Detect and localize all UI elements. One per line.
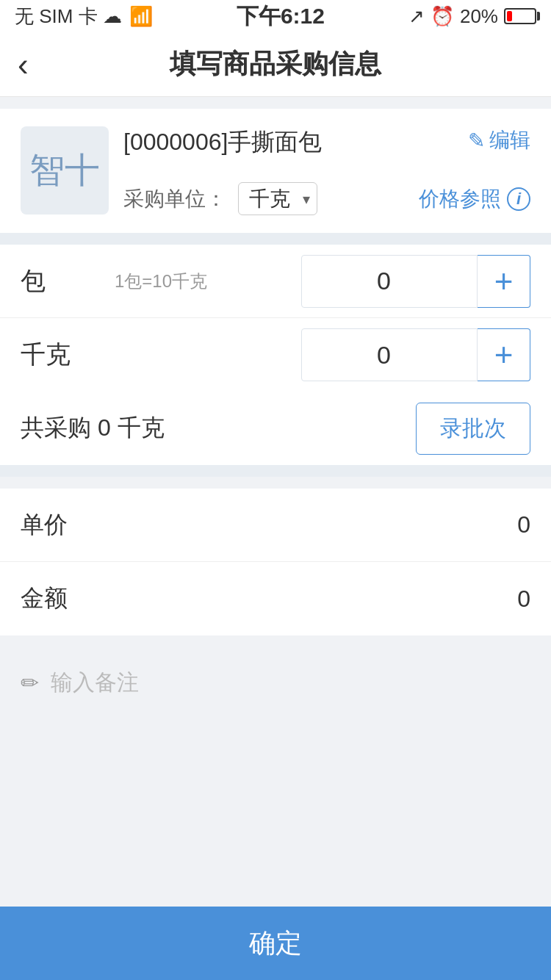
main-content: 智十 [0000006]手撕面包 ✎ 编辑 采购单位： 千克 包 ▾ bbox=[0, 109, 551, 807]
back-button[interactable]: ‹ bbox=[18, 48, 29, 81]
product-top-row: [0000006]手撕面包 ✎ 编辑 bbox=[123, 126, 530, 170]
alarm-icon: ⏰ bbox=[431, 5, 454, 28]
unit-price-label: 单价 bbox=[21, 509, 68, 541]
location-icon: ↗ bbox=[408, 5, 425, 28]
total-label: 共采购 0 千克 bbox=[21, 412, 165, 444]
wifi-icon: 📶 bbox=[129, 5, 153, 28]
price-ref-label: 价格参照 bbox=[419, 185, 501, 213]
unit-price-row: 单价 0 bbox=[0, 489, 551, 562]
unit-select-wrapper[interactable]: 千克 包 ▾ bbox=[238, 182, 317, 215]
status-left: 无 SIM 卡 ☁ 📶 bbox=[15, 4, 153, 29]
confirm-button[interactable]: 确定 bbox=[0, 907, 551, 980]
page-title: 填写商品采购信息 bbox=[170, 46, 381, 82]
kg-row: 千克 + bbox=[0, 318, 551, 392]
total-row: 共采购 0 千克 录批次 bbox=[0, 392, 551, 465]
product-unit-row: 采购单位： 千克 包 ▾ 价格参照 i bbox=[123, 182, 530, 215]
price-ref-button[interactable]: 价格参照 i bbox=[419, 185, 530, 213]
kg-plus-button[interactable]: + bbox=[478, 328, 530, 381]
notes-section[interactable]: ✏ 输入备注 bbox=[0, 647, 551, 718]
nav-bar: ‹ 填写商品采购信息 bbox=[0, 32, 551, 97]
battery-percent: 20% bbox=[460, 5, 498, 28]
bag-plus-button[interactable]: + bbox=[478, 255, 530, 308]
amount-value: 0 bbox=[517, 586, 530, 613]
amount-label: 金额 bbox=[21, 583, 68, 615]
bag-sublabel: 1包=10千克 bbox=[115, 270, 207, 293]
price-section: 单价 0 金额 0 bbox=[0, 489, 551, 635]
pencil-icon: ✏ bbox=[21, 670, 39, 696]
product-info: [0000006]手撕面包 ✎ 编辑 采购单位： 千克 包 ▾ 价格参照 bbox=[123, 126, 530, 215]
amount-row: 金额 0 bbox=[0, 562, 551, 635]
edit-icon: ✎ bbox=[468, 129, 485, 153]
battery-icon bbox=[504, 8, 536, 24]
edit-button[interactable]: ✎ 编辑 bbox=[468, 126, 530, 154]
bag-label: 包 bbox=[21, 264, 109, 298]
status-time: 下午6:12 bbox=[237, 1, 325, 32]
notes-placeholder: 输入备注 bbox=[51, 668, 139, 698]
edit-label: 编辑 bbox=[489, 126, 530, 154]
batch-button[interactable]: 录批次 bbox=[416, 403, 530, 455]
sim-label: 无 SIM 卡 ☁ bbox=[15, 4, 122, 29]
quantity-section: 包 1包=10千克 + 千克 + bbox=[0, 245, 551, 392]
unit-price-value: 0 bbox=[517, 511, 530, 538]
unit-select[interactable]: 千克 包 bbox=[238, 182, 317, 215]
product-logo: 智十 bbox=[29, 147, 100, 194]
kg-input-right: + bbox=[301, 328, 530, 381]
bag-input-right: + bbox=[301, 255, 530, 308]
info-icon: i bbox=[507, 187, 530, 211]
product-card: 智十 [0000006]手撕面包 ✎ 编辑 采购单位： 千克 包 ▾ bbox=[0, 109, 551, 233]
confirm-label: 确定 bbox=[249, 926, 302, 962]
status-right: ↗ ⏰ 20% bbox=[408, 5, 536, 28]
kg-input[interactable] bbox=[301, 328, 478, 381]
bag-input[interactable] bbox=[301, 255, 478, 308]
product-image: 智十 bbox=[21, 126, 109, 215]
kg-label: 千克 bbox=[21, 338, 109, 372]
product-name: [0000006]手撕面包 bbox=[123, 126, 322, 159]
bag-row: 包 1包=10千克 + bbox=[0, 245, 551, 318]
status-bar: 无 SIM 卡 ☁ 📶 下午6:12 ↗ ⏰ 20% bbox=[0, 0, 551, 32]
unit-label: 采购单位： bbox=[123, 185, 226, 213]
section-divider-2 bbox=[0, 465, 551, 477]
section-divider-1 bbox=[0, 233, 551, 245]
